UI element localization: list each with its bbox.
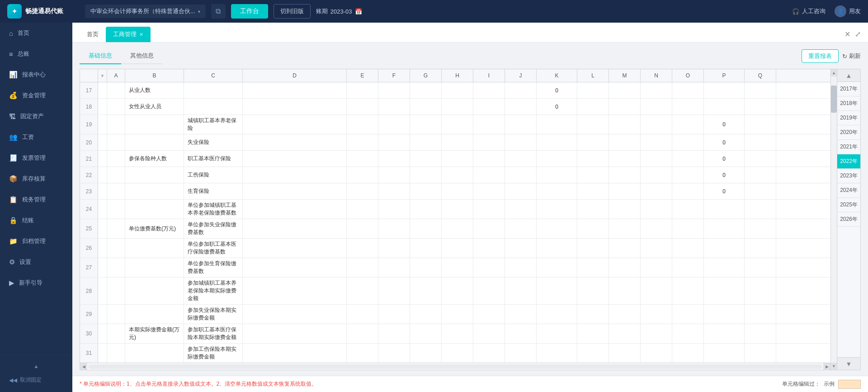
cell-28-H[interactable] [442,277,473,304]
sidebar-item-fixed-assets[interactable]: 🏗 固定资产 [0,106,72,127]
cell-17-G[interactable] [410,82,442,98]
cell-20-P[interactable]: 0 [704,134,745,150]
cell-23-C[interactable]: 生育保险 [184,183,243,199]
cell-24-J[interactable] [505,200,537,219]
tab-bizreg[interactable]: 工商管理 ✕ [106,27,151,42]
cell-23-I[interactable] [473,183,505,199]
cell-21-A[interactable] [107,151,125,167]
cell-24-K[interactable] [537,200,577,219]
cell-25-A[interactable] [107,219,125,238]
close-window-icon[interactable]: ✕ [844,30,850,38]
cell-29-K[interactable] [537,305,577,324]
table-row[interactable]: 30本期实际缴费金额(万元)参加职工基本医疗保险本期实际缴费金额 [80,324,830,344]
cell-31-F[interactable] [378,344,410,363]
cell-23-H[interactable] [442,183,473,199]
cell-28-E[interactable] [347,277,378,304]
cell-18-C[interactable] [184,99,243,115]
cell-17-H[interactable] [442,82,473,98]
year-item-2019年[interactable]: 2019年 [837,111,860,125]
h-scroll-right[interactable]: ▶ [823,363,830,370]
cell-20-M[interactable] [609,134,641,150]
workbench-button[interactable]: 工作台 [231,4,268,19]
cell-31-A[interactable] [107,344,125,363]
cell-17-E[interactable] [347,82,378,98]
cell-20-A[interactable] [107,134,125,150]
cell-18-P[interactable] [704,99,745,115]
cell-21-I[interactable] [473,151,505,167]
v-scroll-up[interactable]: ▲ [831,69,837,76]
cell-25-Q[interactable] [745,219,776,238]
cell-19-L[interactable] [577,115,609,134]
cell-25-L[interactable] [577,219,609,238]
sub-tab-basic-info[interactable]: 基础信息 [80,48,121,64]
cell-21-B[interactable]: 参保各险种人数 [125,151,184,167]
cell-30-K[interactable] [537,324,577,343]
year-nav-down[interactable]: ▼ [837,357,860,370]
year-item-2024年[interactable]: 2024年 [837,183,860,198]
col-select-all[interactable]: ▼ [98,69,107,82]
cell-29-I[interactable] [473,305,505,324]
cell-27-E[interactable] [347,258,378,277]
cell-27-M[interactable] [609,258,641,277]
cell-22-H[interactable] [442,167,473,183]
cell-20-I[interactable] [473,134,505,150]
cell-25-I[interactable] [473,219,505,238]
cell-24-D[interactable] [243,200,347,219]
cell-31-G[interactable] [410,344,442,363]
cell-30-F[interactable] [378,324,410,343]
cell-20-D[interactable] [243,134,347,150]
sidebar-item-general-ledger[interactable]: ≡ 总账 [0,43,72,64]
cell-25-N[interactable] [641,219,672,238]
cell-18-M[interactable] [609,99,641,115]
cell-19-H[interactable] [442,115,473,134]
v-scroll-track[interactable] [831,76,837,363]
cell-28-M[interactable] [609,277,641,304]
sidebar-item-inventory[interactable]: 📦 库存核算 [0,168,72,189]
cell-19-J[interactable] [505,115,537,134]
table-row[interactable]: 22工伤保险0 [80,167,830,183]
sidebar-item-new-guide[interactable]: ▶ 新手引导 [0,272,72,293]
cell-28-F[interactable] [378,277,410,304]
cell-29-J[interactable] [505,305,537,324]
cell-22-G[interactable] [410,167,442,183]
cell-28-L[interactable] [577,277,609,304]
cell-22-I[interactable] [473,167,505,183]
cell-21-K[interactable] [537,151,577,167]
cell-26-E[interactable] [347,239,378,258]
cell-17-M[interactable] [609,82,641,98]
table-row[interactable]: 25单位缴费基数(万元)单位参加失业保险缴费基数 [80,219,830,239]
cell-25-C[interactable]: 单位参加失业保险缴费基数 [184,219,243,238]
cell-28-B[interactable] [125,277,184,304]
cell-23-O[interactable] [672,183,704,199]
cell-19-A[interactable] [107,115,125,134]
cell-25-D[interactable] [243,219,347,238]
cell-30-B[interactable]: 本期实际缴费金额(万元) [125,324,184,343]
cell-21-M[interactable] [609,151,641,167]
cell-27-F[interactable] [378,258,410,277]
cell-17-K[interactable]: 0 [537,82,577,98]
h-scroll-left[interactable]: ◀ [80,363,87,370]
cell-29-C[interactable]: 参加失业保险本期实际缴费金额 [184,305,243,324]
cell-29-G[interactable] [410,305,442,324]
cell-20-N[interactable] [641,134,672,150]
cell-25-E[interactable] [347,219,378,238]
sidebar-item-invoice-mgmt[interactable]: 🧾 发票管理 [0,148,72,168]
cell-28-D[interactable] [243,277,347,304]
cell-29-O[interactable] [672,305,704,324]
cell-22-F[interactable] [378,167,410,183]
cell-23-A[interactable] [107,183,125,199]
reset-report-button[interactable]: 重置报表 [802,49,839,63]
cell-26-Q[interactable] [745,239,776,258]
cell-30-P[interactable] [704,324,745,343]
cell-17-N[interactable] [641,82,672,98]
cell-24-N[interactable] [641,200,672,219]
cell-20-C[interactable]: 失业保险 [184,134,243,150]
cell-17-I[interactable] [473,82,505,98]
table-row[interactable]: 17从业人数0 [80,82,830,99]
table-row[interactable]: 21参保各险种人数职工基本医疗保险0 [80,151,830,167]
cell-20-Q[interactable] [745,134,776,150]
cell-23-Q[interactable] [745,183,776,199]
cell-28-N[interactable] [641,277,672,304]
cell-25-G[interactable] [410,219,442,238]
sidebar-item-home[interactable]: ⌂ 首页 [0,23,72,43]
